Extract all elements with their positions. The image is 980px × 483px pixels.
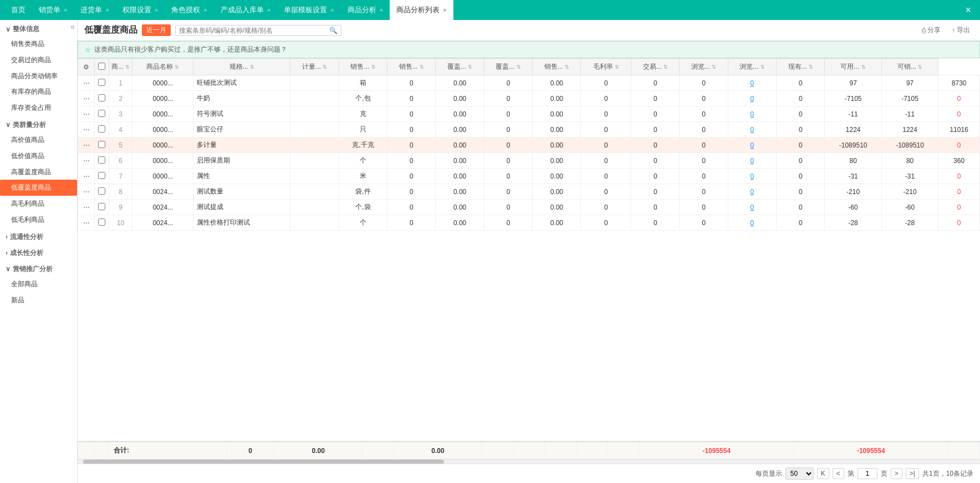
search-icon[interactable]: 🔍 [329,27,338,34]
nav-item-production[interactable]: 产成品入库单 × [214,0,277,20]
column-available[interactable]: 可用... ⇅ [825,59,881,75]
sidebar-collapse-button[interactable]: « [70,22,75,31]
sidebar-item-new-goods[interactable]: 新品 [0,292,77,308]
nav-item-purchase[interactable]: 进货单 × [74,0,115,20]
row-settings[interactable]: ⋯ [78,169,95,184]
column-gross-rate[interactable]: 毛利率 ⇅ [581,59,631,75]
select-all-checkbox[interactable] [98,63,105,70]
row-settings[interactable]: ⋯ [78,215,95,231]
row-checkbox[interactable] [95,91,109,106]
nav-item-sales[interactable]: 销货单 × [32,0,74,20]
column-code[interactable]: 商... ⇅ [109,59,132,75]
row-settings[interactable]: ⋯ [78,138,95,153]
sidebar-section-liutong[interactable]: › 流通性分析 [0,228,77,244]
sidebar-item-low-gross[interactable]: 低毛利商品 [0,212,77,228]
column-current[interactable]: 现有... ⇅ [777,59,825,75]
row-settings[interactable]: ⋯ [78,75,95,91]
sidebar-section-zhengti[interactable]: ∨ 整体信息 [0,20,77,36]
row-settings[interactable]: ⋯ [78,91,95,106]
row-browse-a[interactable]: 0 [728,184,776,200]
row-browse-a[interactable]: 0 [728,91,776,106]
row-checkbox[interactable] [95,215,109,231]
row-checkbox[interactable] [95,200,109,215]
row-settings[interactable]: ⋯ [78,200,95,215]
sidebar-item-high-gross[interactable]: 高毛利商品 [0,196,77,212]
sidebar-item-high-value[interactable]: 高价值商品 [0,132,77,148]
column-spec[interactable]: 规格... ⇅ [193,59,290,75]
column-trade[interactable]: 交易... ⇅ [631,59,680,75]
column-cover-b[interactable]: 覆盖... ⇅ [484,59,532,75]
sidebar-item-stock-goods[interactable]: 有库存的商品 [0,84,77,100]
column-sellable[interactable]: 可销... ⇅ [881,59,938,75]
row-browse-a[interactable]: 0 [728,122,776,138]
nav-item-home[interactable]: 首页 [4,0,32,20]
column-sales-c[interactable]: 销售... ⇅ [533,59,581,75]
row-browse-a[interactable]: 0 [728,215,776,231]
row-checkbox[interactable] [95,122,109,138]
nav-item-product-analysis[interactable]: 商品分析 × [341,0,390,20]
sidebar-item-all-goods[interactable]: 全部商品 [0,276,77,292]
column-name[interactable]: 商品名称 ⇅ [132,59,193,75]
nav-item-product-analysis-list[interactable]: 商品分析列表 × [390,0,453,20]
sidebar-item-inventory-capital[interactable]: 库存资金占用 [0,100,77,116]
close-icon[interactable]: × [64,7,67,13]
row-settings[interactable]: ⋯ [78,184,95,200]
row-browse-a[interactable]: 0 [728,75,776,91]
sidebar-section-chengzhang[interactable]: › 成长性分析 [0,244,77,260]
last-page-button[interactable]: >| [906,468,919,479]
row-settings[interactable]: ⋯ [78,122,95,138]
scrollbar-thumb[interactable] [83,460,444,464]
sidebar-item-traded-goods[interactable]: 交易过的商品 [0,52,77,68]
row-browse-a[interactable]: 0 [728,169,776,184]
page-number-input[interactable] [858,468,877,479]
column-browse-b[interactable]: 浏览... ⇅ [728,59,776,75]
row-settings[interactable]: ⋯ [78,153,95,169]
row-cover-b: 0.00 [533,200,581,215]
sidebar-section-jiliang[interactable]: ∨ 类群量分析 [0,116,77,132]
column-sales-amt[interactable]: 销售... ⇅ [387,59,436,75]
row-browse-a[interactable]: 0 [728,153,776,169]
sidebar-item-low-value[interactable]: 低价值商品 [0,148,77,164]
first-page-button[interactable]: K [817,468,829,479]
export-button[interactable]: ↑ 导出 [948,24,973,36]
row-checkbox[interactable] [95,75,109,91]
close-icon[interactable]: × [155,7,158,13]
nav-item-roles[interactable]: 角色授权 × [165,0,213,20]
row-checkbox[interactable] [95,138,109,153]
nav-item-permissions[interactable]: 权限设置 × [116,0,165,20]
nav-item-templates[interactable]: 单据模板设置 × [277,0,340,20]
row-browse-a[interactable]: 0 [728,138,776,153]
sidebar-item-low-coverage[interactable]: 低覆盖度商品 [0,180,77,196]
row-checkbox[interactable] [95,106,109,122]
row-checkbox[interactable] [95,184,109,200]
row-checkbox[interactable] [95,153,109,169]
close-icon[interactable]: × [203,7,207,13]
window-close-button[interactable]: × [961,4,976,16]
search-input[interactable] [179,27,327,34]
column-browse-a[interactable]: 浏览... ⇅ [680,59,728,75]
column-sales-qty[interactable]: 销售... ⇅ [339,59,387,75]
close-icon[interactable]: × [380,7,383,13]
row-checkbox[interactable] [95,169,109,184]
sidebar-item-category-rate[interactable]: 商品分类动销率 [0,68,77,84]
sidebar-item-sales-goods[interactable]: 销售类商品 [0,36,77,52]
sidebar-item-high-coverage[interactable]: 高覆盖度商品 [0,164,77,180]
column-settings[interactable]: ⚙ [78,59,95,75]
row-settings[interactable]: ⋯ [78,106,95,122]
next-page-button[interactable]: > [891,468,902,479]
share-button[interactable]: ⎙ 分享 [918,24,944,36]
close-icon[interactable]: × [267,7,270,13]
row-browse-a[interactable]: 0 [728,200,776,215]
close-icon[interactable]: × [330,7,334,13]
date-filter-button[interactable]: 近一月 [142,24,171,36]
page-size-select[interactable]: 10 20 50 100 [785,467,814,480]
prev-page-button[interactable]: < [833,468,844,479]
close-icon[interactable]: × [443,7,446,13]
horizontal-scrollbar[interactable] [78,459,980,464]
row-browse-a[interactable]: 0 [728,106,776,122]
column-cover-a[interactable]: 覆盖... ⇅ [436,59,484,75]
sidebar-section-yingxiao[interactable]: ∨ 营销推广分析 [0,260,77,276]
column-unit[interactable]: 计量... ⇅ [290,59,339,75]
table-container[interactable]: ⚙ 商... ⇅ 商品名称 ⇅ 规格... ⇅ 计量... ⇅ 销售... ⇅ … [78,58,980,441]
close-icon[interactable]: × [105,7,109,13]
